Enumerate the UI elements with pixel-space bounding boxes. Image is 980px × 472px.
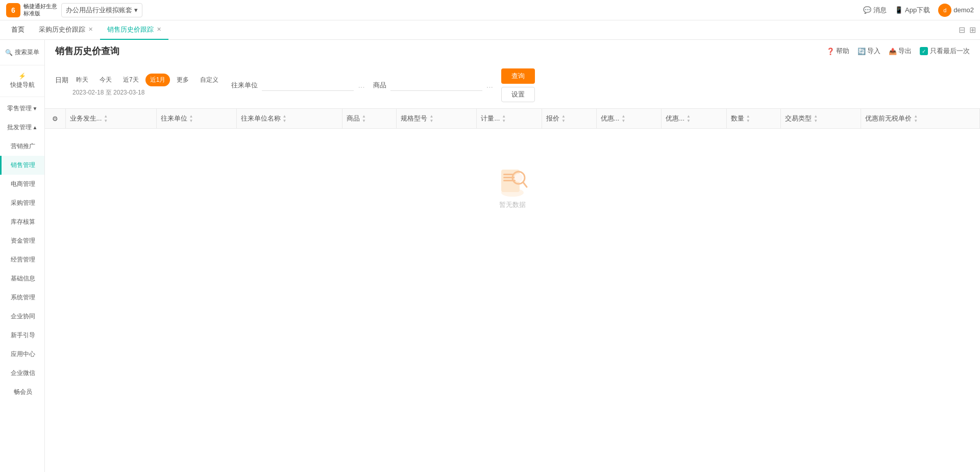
message-icon: 💬: [863, 6, 871, 14]
col-settings: ⚙: [45, 109, 65, 129]
tab-bar-maximize[interactable]: ⊞: [969, 25, 976, 35]
sidebar-item-enterprise-wechat[interactable]: 企业微信: [0, 364, 44, 383]
help-btn[interactable]: ❓ 帮助: [826, 46, 849, 56]
settings-icon[interactable]: ⚙: [52, 115, 58, 123]
chevron-up-icon: ▲: [33, 125, 38, 130]
date-btn-today[interactable]: 今天: [95, 74, 116, 86]
svg-line-7: [523, 182, 527, 187]
app-selector[interactable]: 办公用品行业模拟账套 ▾: [61, 3, 142, 17]
logo-icon: 6: [6, 3, 20, 17]
app-download-btn[interactable]: 📱 App下载: [895, 6, 930, 15]
col-discount2: 优惠... ▲▼: [662, 109, 727, 129]
sort-arrows-10[interactable]: ▲▼: [746, 114, 750, 123]
tab-bar-minimize[interactable]: ⊟: [959, 25, 965, 35]
message-btn[interactable]: 💬 消息: [863, 6, 887, 15]
sidebar-item-finance[interactable]: 资金管理: [0, 231, 44, 250]
sort-arrows[interactable]: ▲▼: [104, 114, 108, 123]
sort-arrows-5[interactable]: ▲▼: [429, 114, 433, 123]
tab-bar-right: ⊟ ⊞: [959, 25, 976, 35]
empty-illustration: [492, 159, 533, 200]
product-input[interactable]: [390, 80, 482, 91]
date-label: 日期: [55, 76, 68, 85]
sort-arrows-6[interactable]: ▲▼: [502, 114, 506, 123]
sort-arrows-11[interactable]: ▲▼: [814, 114, 818, 123]
filter-actions: 查询 设置: [501, 68, 535, 102]
sidebar-item-marketing[interactable]: 营销推广: [0, 137, 44, 156]
import-btn[interactable]: 🔄 导入: [857, 46, 880, 56]
sort-arrows-8[interactable]: ▲▼: [621, 114, 625, 123]
sidebar-item-operations[interactable]: 经营管理: [0, 250, 44, 269]
export-btn[interactable]: 📤 导出: [889, 46, 912, 56]
help-icon: ❓: [826, 48, 835, 55]
sidebar-item-basic[interactable]: 基础信息: [0, 269, 44, 288]
sort-arrows-9[interactable]: ▲▼: [687, 114, 691, 123]
filter-product-group: 商品 ...: [373, 80, 493, 91]
logo-area: 6 畅捷通好生意 标准版: [6, 3, 57, 17]
sidebar-item-inventory[interactable]: 库存核算: [0, 213, 44, 231]
sidebar-item-wholesale[interactable]: 批发管理 ▲: [0, 118, 44, 137]
tab-purchase-history-close[interactable]: ✕: [88, 26, 93, 33]
sidebar-item-app-center[interactable]: 应用中心: [0, 345, 44, 364]
date-options: 昨天 今天 近7天 近1月 更多 自定义: [71, 74, 223, 86]
date-btn-more[interactable]: 更多: [172, 74, 193, 86]
sidebar-item-guide[interactable]: 新手引导: [0, 326, 44, 345]
empty-icon: [492, 159, 533, 200]
page-title: 销售历史价查询: [55, 45, 119, 57]
tab-purchase-history[interactable]: 采购历史价跟踪 ✕: [32, 20, 100, 40]
empty-text: 暂无数据: [499, 200, 526, 209]
filter-bar: 日期 昨天 今天 近7天 近1月 更多 自定义 2023-02-18 至 202…: [45, 62, 980, 109]
settings-button[interactable]: 设置: [501, 87, 535, 102]
export-icon: 📤: [889, 48, 897, 55]
col-counterparty-id: 往来单位 ▲▼: [156, 109, 236, 129]
col-pre-tax-price: 优惠前无税单价 ▲▼: [861, 109, 980, 129]
sidebar-nav: ⚡ 快捷导航: [0, 65, 44, 97]
sidebar-item-purchase[interactable]: 采购管理: [0, 194, 44, 213]
counterparty-lookup-btn[interactable]: ...: [358, 81, 364, 90]
tab-bar: 首页 采购历史价跟踪 ✕ 销售历史价跟踪 ✕ ⊟ ⊞: [0, 20, 980, 40]
date-btn-7days[interactable]: 近7天: [118, 74, 143, 86]
sort-arrows-7[interactable]: ▲▼: [561, 114, 566, 123]
chevron-down-icon: ▾: [134, 6, 138, 14]
sidebar-section: 零售管理 ▼ 批发管理 ▲ 营销推广 销售管理 电商管理 采购管理 库存核算: [0, 97, 44, 404]
content-area: 销售历史价查询 ❓ 帮助 🔄 导入 📤 导出 ✓ 只看最后一次: [45, 40, 980, 472]
sidebar-item-enterprise[interactable]: 企业协同: [0, 307, 44, 326]
sidebar-item-quick-nav[interactable]: ⚡ 快捷导航: [0, 68, 44, 93]
query-button[interactable]: 查询: [501, 68, 535, 84]
logo-text: 畅捷通好生意 标准版: [23, 3, 57, 16]
date-btn-yesterday[interactable]: 昨天: [71, 74, 93, 86]
sidebar-search-btn[interactable]: 🔍 搜索菜单: [4, 45, 40, 60]
sidebar-item-member[interactable]: 畅会员: [0, 383, 44, 402]
header-right: 💬 消息 📱 App下载 d demo2: [863, 4, 974, 17]
date-btn-custom[interactable]: 自定义: [195, 74, 223, 86]
sidebar-item-sales[interactable]: 销售管理: [0, 156, 44, 175]
col-unit: 计量... ▲▼: [477, 109, 542, 129]
sidebar: 🔍 搜索菜单 ⚡ 快捷导航 零售管理 ▼ 批发管理 ▲ 营销推广 销售管理: [0, 40, 45, 472]
empty-state: 暂无数据: [45, 129, 980, 240]
only-last-checkbox[interactable]: ✓ 只看最后一次: [920, 46, 970, 56]
download-icon: 📱: [895, 6, 903, 14]
sidebar-item-retail[interactable]: 零售管理 ▼: [0, 99, 44, 118]
table-container: ⚙ 业务发生... ▲▼ 往来单位 ▲▼: [45, 109, 980, 472]
tab-home[interactable]: 首页: [4, 20, 32, 40]
sort-arrows-4[interactable]: ▲▼: [362, 114, 366, 123]
counterparty-input[interactable]: [262, 80, 354, 91]
date-btn-1month[interactable]: 近1月: [145, 74, 170, 86]
sidebar-item-ecommerce[interactable]: 电商管理: [0, 175, 44, 194]
sort-arrows-2[interactable]: ▲▼: [189, 114, 193, 123]
tab-sales-history[interactable]: 销售历史价跟踪 ✕: [100, 20, 168, 40]
import-icon: 🔄: [857, 48, 866, 55]
svg-rect-2: [503, 174, 513, 175]
search-icon: 🔍: [5, 49, 13, 56]
date-range-display: 2023-02-18 至 2023-03-18: [72, 89, 144, 96]
sort-arrows-3[interactable]: ▲▼: [283, 114, 287, 123]
sidebar-item-system[interactable]: 系统管理: [0, 288, 44, 307]
main-layout: 🔍 搜索菜单 ⚡ 快捷导航 零售管理 ▼ 批发管理 ▲ 营销推广 销售管理: [0, 40, 980, 472]
counterparty-label: 往来单位: [231, 81, 258, 90]
chevron-down-icon: ▼: [33, 106, 38, 111]
sort-arrows-12[interactable]: ▲▼: [914, 114, 918, 123]
user-profile[interactable]: d demo2: [938, 4, 974, 17]
tab-sales-history-close[interactable]: ✕: [157, 26, 161, 33]
product-lookup-btn[interactable]: ...: [486, 81, 493, 90]
col-quoted-price: 报价 ▲▼: [542, 109, 597, 129]
col-counterparty-name: 往来单位名称 ▲▼: [236, 109, 342, 129]
